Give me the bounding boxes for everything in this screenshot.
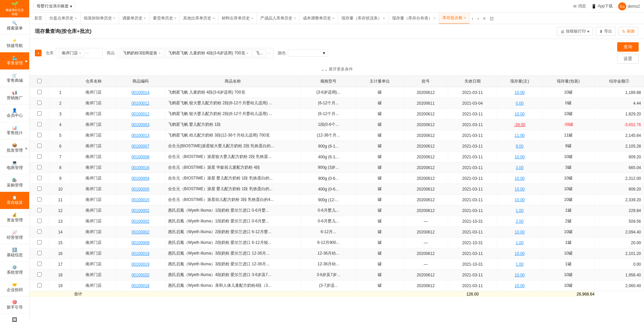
row-code-3[interactable]: 00100003: [116, 119, 165, 130]
row-qty-16[interactable]: 1.00: [497, 259, 542, 270]
row-check-10[interactable]: [30, 195, 49, 205]
select-all-checkbox[interactable]: [37, 79, 42, 83]
row-code-16[interactable]: 00100019: [116, 259, 165, 270]
sidebar-item-operations[interactable]: 📈 经营管理: [0, 227, 29, 244]
warehouse-tag-close[interactable]: ×: [79, 51, 81, 55]
tab-nav-prev[interactable]: ‹: [470, 16, 475, 21]
row-code-7[interactable]: 00100016: [116, 162, 165, 173]
sidebar-item-search[interactable]: 🔍 搜索菜单: [0, 17, 29, 35]
sidebar-item-member[interactable]: 👤 会员中心: [0, 105, 29, 122]
row-check-7[interactable]: [30, 162, 49, 173]
row-code-6[interactable]: 00100008: [116, 152, 165, 162]
warehouse-input-box[interactable]: 南岸门店 × ···: [56, 48, 103, 58]
goods-tag-0-close[interactable]: ×: [159, 51, 161, 55]
sidebar-item-retail[interactable]: 🏪 零售管理 ▶: [0, 52, 29, 70]
row-code-18[interactable]: 00100018: [116, 280, 165, 291]
tab-requisition-history[interactable]: 要货单历史 ×: [150, 13, 180, 24]
goods-more[interactable]: ···: [267, 51, 271, 55]
query-btn[interactable]: 查询: [617, 42, 639, 52]
goods-input-box[interactable]: 飞鹤奶粉3段两提装 × 飞鹤星飞帆 儿童奶粉 4段(3-6岁适用) 700克 ×…: [117, 48, 274, 58]
tab-nav-next[interactable]: ›: [475, 16, 481, 21]
sidebar-item-finance[interactable]: 💰 资金管理: [0, 209, 29, 227]
row-qty-4[interactable]: 11.00: [497, 130, 542, 141]
btn-print[interactable]: 🖨 按模板打印 ▾: [557, 27, 593, 36]
messages-btn[interactable]: ✉ 消息: [573, 3, 586, 9]
tab-material-outbound-history[interactable]: 材料出库单历史 ×: [218, 13, 257, 24]
row-check-11[interactable]: [30, 205, 49, 216]
tab-cost-adjust-history-close[interactable]: ×: [332, 16, 334, 20]
row-code-0[interactable]: 00100014: [116, 87, 165, 98]
row-check-18[interactable]: [30, 280, 49, 291]
color-dropdown[interactable]: ▾: [288, 49, 328, 57]
setting-btn[interactable]: 设置: [617, 54, 639, 64]
row-code-1[interactable]: 00100012: [116, 98, 165, 109]
tab-finished-goods-history[interactable]: 产成品入库单历史 ×: [257, 13, 300, 24]
row-code-12[interactable]: 00100002: [116, 216, 165, 227]
sidebar-item-marketing[interactable]: 📢 营销推广: [0, 87, 29, 105]
row-check-12[interactable]: [30, 216, 49, 227]
row-code-13[interactable]: 00100002: [116, 227, 165, 237]
tab-home[interactable]: 首页: [31, 13, 46, 24]
sidebar-item-collab[interactable]: 🤝 企业协同: [0, 279, 29, 297]
warehouse-more[interactable]: ···: [86, 51, 89, 55]
row-qty-0[interactable]: 10.00: [497, 87, 542, 98]
tab-other-outbound-history[interactable]: 其他出库单历史 ×: [180, 13, 218, 24]
sidebar-item-retail-stats[interactable]: 📊 零售统计: [0, 122, 29, 140]
row-qty-12[interactable]: 2.00: [497, 216, 542, 227]
sidebar-item-inventory[interactable]: 📋 库存核算: [0, 192, 29, 209]
row-check-0[interactable]: [30, 87, 49, 98]
btn-refresh[interactable]: ↻ 刷新: [619, 27, 639, 36]
row-code-17[interactable]: 00100020: [116, 270, 165, 280]
row-check-5[interactable]: [30, 141, 49, 152]
tab-nav-close-all[interactable]: ×: [481, 16, 488, 21]
row-check-3[interactable]: [30, 119, 49, 130]
row-code-5[interactable]: 00100007: [116, 141, 165, 152]
row-code-11[interactable]: 00100002: [116, 205, 165, 216]
row-qty-17[interactable]: 10.00: [497, 270, 542, 280]
row-code-10[interactable]: 00100015: [116, 195, 165, 205]
row-check-14[interactable]: [30, 237, 49, 248]
row-check-4[interactable]: [30, 130, 49, 141]
filter-expand-toggle[interactable]: ›: [35, 50, 42, 56]
row-code-14[interactable]: 00100009: [116, 237, 165, 248]
tab-stocktake-history-close[interactable]: ×: [75, 16, 77, 20]
sidebar-item-system[interactable]: ⚙️ 系统管理: [0, 262, 29, 279]
tab-stock-status[interactable]: 现存量（库存状况表） ×: [338, 13, 389, 24]
sidebar-item-purchase[interactable]: 🛍️ 采购管理: [0, 174, 29, 192]
tab-cost-adjust-history[interactable]: 成本调整单历史 ×: [300, 13, 338, 24]
row-check-16[interactable]: [30, 259, 49, 270]
row-qty-11[interactable]: 1.00: [497, 205, 542, 216]
tab-stock-batch[interactable]: 库存批次账 ×: [439, 13, 470, 24]
account-selector[interactable]: 母婴行业演示账套 ▾: [34, 2, 75, 10]
btn-export[interactable]: ⬇ 导出: [596, 27, 616, 36]
tab-stock-batch-close[interactable]: ×: [464, 16, 466, 20]
tab-assembly-history-close[interactable]: ×: [113, 16, 115, 20]
sidebar-item-ecommerce[interactable]: 💻 电商管理: [0, 157, 29, 174]
tab-stock-status-close[interactable]: ×: [383, 16, 385, 20]
row-check-6[interactable]: [30, 152, 49, 162]
row-qty-8[interactable]: 10.00: [497, 173, 542, 184]
goods-tag-1-close[interactable]: ×: [247, 51, 249, 55]
row-qty-6[interactable]: 10.00: [497, 152, 542, 162]
row-qty-14[interactable]: 1.00: [497, 237, 542, 248]
sidebar-item-guide[interactable]: 🎯 新手引导: [0, 297, 29, 314]
app-download-btn[interactable]: 📱 App下载: [591, 3, 613, 9]
row-qty-2[interactable]: 10.00: [497, 109, 542, 119]
row-qty-18[interactable]: 10.00: [497, 280, 542, 291]
tab-stock-dist-close[interactable]: ×: [434, 16, 436, 20]
row-check-1[interactable]: [30, 98, 49, 109]
row-check-17[interactable]: [30, 270, 49, 280]
tab-requisition-history-close[interactable]: ×: [174, 16, 176, 20]
row-code-8[interactable]: 00100004: [116, 173, 165, 184]
sidebar-item-wholesale[interactable]: 📦 批发管理 ▶: [0, 140, 29, 157]
row-qty-5[interactable]: 9.00: [497, 141, 542, 152]
tab-stock-dist[interactable]: 现存量（库存分布表） ×: [389, 13, 439, 24]
user-avatar-area[interactable]: Ea demo2: [618, 2, 640, 10]
row-qty-15[interactable]: 10.00: [497, 248, 542, 259]
tab-transfer-history[interactable]: 调拨单历史 ×: [119, 13, 150, 24]
sidebar-item-basic-info[interactable]: ℹ️ 基础信息: [0, 244, 29, 262]
th-check[interactable]: [30, 76, 49, 87]
tab-nav-expand[interactable]: ⊡: [488, 16, 496, 21]
row-qty-1[interactable]: 0.00: [497, 98, 542, 109]
sidebar-item-mall[interactable]: 🛒 零售商城: [0, 70, 29, 87]
